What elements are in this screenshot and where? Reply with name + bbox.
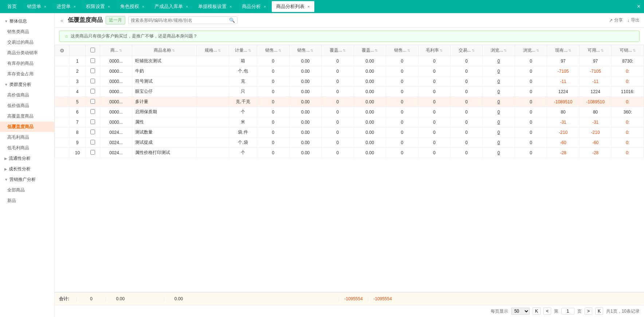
row-checkbox[interactable] <box>90 130 95 134</box>
nav-tab-template[interactable]: 单据模板设置 × <box>194 1 236 12</box>
first-page-button[interactable]: K <box>533 308 541 315</box>
sidebar-section-growth[interactable]: ▶ 成长性分析 <box>0 164 54 174</box>
settings-gear-icon[interactable]: ⚙ <box>60 48 64 54</box>
sort-trade-icon[interactable]: ⇅ <box>472 48 475 52</box>
sort-cover-a-icon[interactable]: ⇅ <box>343 48 346 52</box>
sidebar-section-cluster[interactable]: ▼ 类群度分析 <box>0 79 54 90</box>
row-checkbox[interactable] <box>90 119 95 124</box>
browse-link[interactable]: 0 <box>498 130 500 135</box>
cell-check[interactable] <box>86 127 100 138</box>
next-page-button[interactable]: > <box>585 308 592 315</box>
sort-current-icon[interactable]: ⇅ <box>568 48 571 52</box>
cell-check[interactable] <box>86 76 100 87</box>
select-all-checkbox[interactable] <box>90 48 95 52</box>
nav-close-sales[interactable]: × <box>44 4 46 9</box>
sort-unit-icon[interactable]: ⇅ <box>248 48 251 52</box>
sidebar-collapse-button[interactable]: « <box>59 17 65 24</box>
sidebar-item-new-goods[interactable]: 新品 <box>0 195 54 206</box>
browse-link[interactable]: 0 <box>498 99 500 104</box>
sort-sales-amt-icon[interactable]: ⇅ <box>310 48 313 52</box>
cell-browse-a[interactable]: 0 <box>483 127 515 138</box>
page-size-select[interactable]: 50 100 200 <box>511 308 530 315</box>
cell-browse-a[interactable]: 0 <box>483 138 515 148</box>
prev-page-button[interactable]: < <box>543 308 551 315</box>
sidebar-section-overall[interactable]: ▼ 整体信息 <box>0 16 54 27</box>
row-checkbox[interactable] <box>90 58 95 63</box>
sidebar-item-stocked-goods[interactable]: 有库存的商品 <box>0 58 54 69</box>
page-number-input[interactable] <box>561 308 574 314</box>
last-page-button[interactable]: K <box>595 308 603 315</box>
table-container[interactable]: ⚙ 商...⇅ 商品名称⇅ 规格...⇅ <box>55 45 644 292</box>
nav-tab-purchase[interactable]: 进货单 × <box>52 1 80 12</box>
cell-check[interactable] <box>86 117 100 127</box>
row-checkbox[interactable] <box>90 140 95 144</box>
cell-check[interactable] <box>86 66 100 76</box>
sidebar-item-capital[interactable]: 库存资金占用 <box>0 69 54 79</box>
row-checkbox[interactable] <box>90 68 95 73</box>
row-checkbox[interactable] <box>90 99 95 104</box>
browse-link[interactable]: 0 <box>498 89 500 94</box>
sort-available-icon[interactable]: ⇅ <box>601 48 604 52</box>
sort-sales-c-icon[interactable]: ⇅ <box>407 48 410 52</box>
cell-browse-a[interactable]: 0 <box>483 87 515 97</box>
window-close-button[interactable]: × <box>637 3 640 10</box>
row-checkbox[interactable] <box>90 89 95 94</box>
cell-check[interactable] <box>86 97 100 107</box>
cell-check[interactable] <box>86 56 100 66</box>
th-settings[interactable]: ⚙ <box>55 45 70 56</box>
nav-tab-sales[interactable]: 销货单 × <box>23 1 51 12</box>
cell-check[interactable] <box>86 87 100 97</box>
share-button[interactable]: ↗ 分享 <box>609 17 623 23</box>
browse-link[interactable]: 0 <box>498 59 500 64</box>
row-checkbox[interactable] <box>90 109 95 114</box>
search-icon[interactable]: 🔍 <box>229 17 235 23</box>
nav-close-production[interactable]: × <box>186 4 188 9</box>
th-check[interactable] <box>86 45 100 56</box>
nav-tab-permission[interactable]: 权限设置 × <box>82 1 114 12</box>
nav-tab-analysis-list[interactable]: 商品分析列表 × <box>272 1 314 12</box>
sort-saleable-icon[interactable]: ⇅ <box>633 48 636 52</box>
sidebar-item-low-value[interactable]: 低价值商品 <box>0 100 54 111</box>
row-checkbox[interactable] <box>90 79 95 83</box>
sidebar-item-all-goods[interactable]: 全部商品 <box>0 185 54 195</box>
browse-link[interactable]: 0 <box>498 120 500 125</box>
cell-browse-a[interactable]: 0 <box>483 107 515 117</box>
sidebar-item-category-rate[interactable]: 商品分类动销率 <box>0 48 54 58</box>
nav-tab-analysis[interactable]: 商品分析 × <box>237 1 270 12</box>
sort-browse-b-icon[interactable]: ⇅ <box>536 48 539 52</box>
browse-link[interactable]: 0 <box>498 69 500 74</box>
sort-sales-qty-icon[interactable]: ⇅ <box>278 48 281 52</box>
nav-close-analysis[interactable]: × <box>264 4 266 9</box>
nav-close-analysis-list[interactable]: × <box>307 4 310 9</box>
browse-link[interactable]: 0 <box>498 140 500 145</box>
sidebar-section-circulation[interactable]: ▶ 流通性分析 <box>0 153 54 164</box>
sidebar-item-traded-goods[interactable]: 交易过的商品 <box>0 37 54 48</box>
sidebar-item-high-value[interactable]: 高价值商品 <box>0 90 54 100</box>
nav-close-permission[interactable]: × <box>108 4 110 9</box>
sidebar-item-low-coverage[interactable]: 低覆盖度商品 <box>0 122 54 132</box>
nav-close-template[interactable]: × <box>229 4 232 9</box>
nav-tab-role[interactable]: 角色授权 × <box>116 1 149 12</box>
cell-browse-a[interactable]: 0 <box>483 97 515 107</box>
cell-check[interactable] <box>86 138 100 148</box>
cell-check[interactable] <box>86 148 100 158</box>
search-input[interactable] <box>131 18 229 23</box>
sort-browse-a-icon[interactable]: ⇅ <box>504 48 507 52</box>
sidebar-item-high-profit[interactable]: 高毛利商品 <box>0 132 54 143</box>
date-filter-button[interactable]: 近一月 <box>106 16 125 24</box>
sort-name-icon[interactable]: ⇅ <box>172 48 175 52</box>
cell-browse-a[interactable]: 0 <box>483 148 515 158</box>
cell-browse-a[interactable]: 0 <box>483 76 515 87</box>
sidebar-item-high-coverage[interactable]: 高覆盖度商品 <box>0 111 54 122</box>
nav-tab-home[interactable]: 首页 <box>3 1 21 12</box>
sort-spec-icon[interactable]: ⇅ <box>218 48 221 52</box>
browse-link[interactable]: 0 <box>498 79 500 84</box>
sort-cover-b-icon[interactable]: ⇅ <box>375 48 378 52</box>
cell-check[interactable] <box>86 107 100 117</box>
browse-link[interactable]: 0 <box>498 110 500 115</box>
sort-gross-icon[interactable]: ⇅ <box>440 48 443 52</box>
cell-browse-a[interactable]: 0 <box>483 117 515 127</box>
nav-tab-production[interactable]: 产成品入库单 × <box>150 1 192 12</box>
cell-browse-a[interactable]: 0 <box>483 56 515 66</box>
row-checkbox[interactable] <box>90 150 95 155</box>
